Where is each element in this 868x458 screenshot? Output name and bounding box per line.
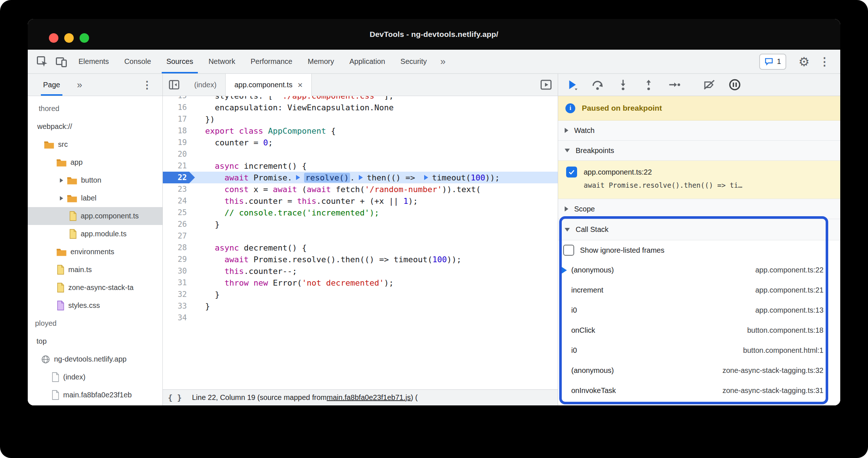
line-number[interactable]: 26: [163, 218, 195, 230]
line-number[interactable]: 27: [163, 230, 195, 242]
line-number[interactable]: 31: [163, 277, 195, 289]
code-line-23[interactable]: 23 const x = await (await fetch('/random…: [163, 183, 558, 195]
call-stack-frame[interactable]: (anonymous)zone-async-stack-tagging.ts:3…: [558, 360, 840, 381]
call-stack-frame[interactable]: onClickbutton.component.ts:18: [558, 320, 840, 340]
kebab-menu-icon[interactable]: ⋮: [815, 55, 834, 68]
code-line-26[interactable]: 26 }: [163, 218, 558, 230]
code-line-24[interactable]: 24 this.counter = this.counter + (+x || …: [163, 195, 558, 207]
code-line-16[interactable]: 16 encapsulation: ViewEncapsulation.None: [163, 102, 558, 113]
line-number[interactable]: 29: [163, 253, 195, 265]
tree-item-zone-async-stack-ta[interactable]: zone-async-stack-ta: [28, 279, 162, 297]
frame-location[interactable]: app.component.ts:13: [755, 306, 823, 314]
line-number[interactable]: 23: [163, 183, 195, 195]
tab-security[interactable]: Security: [393, 50, 434, 73]
tab-elements[interactable]: Elements: [71, 50, 116, 73]
code-line-21[interactable]: 21 async increment() {: [163, 160, 558, 172]
tree-item-app-module-ts[interactable]: app.module.ts: [28, 225, 162, 243]
tree-item-app[interactable]: app: [28, 153, 162, 171]
issues-badge[interactable]: 1: [759, 54, 786, 70]
tree-item-environments[interactable]: environments: [28, 243, 162, 261]
tree-item-label[interactable]: label: [28, 189, 162, 207]
breakpoint-entry[interactable]: app.component.ts:22 await Promise.resolv…: [558, 161, 840, 199]
fullscreen-window-button[interactable]: [80, 33, 89, 43]
tab-application[interactable]: Application: [342, 50, 393, 73]
line-number[interactable]: 32: [163, 289, 195, 300]
code-line-31[interactable]: 31 throw new Error('not decremented');: [163, 277, 558, 289]
navigator-kebab-icon[interactable]: ⋮: [142, 74, 162, 96]
frame-location[interactable]: button.component.html:1: [743, 346, 823, 355]
call-stack-frame[interactable]: incrementapp.component.ts:21: [558, 280, 840, 300]
line-number[interactable]: 30: [163, 265, 195, 277]
line-number[interactable]: 28: [163, 242, 195, 253]
frame-location[interactable]: app.component.ts:22: [755, 266, 823, 274]
tree-item-styles-css[interactable]: styles.css: [28, 297, 162, 314]
more-panels-chevron[interactable]: »: [434, 50, 451, 73]
code-line-19[interactable]: 19 counter = 0;: [163, 137, 558, 148]
code-line-15[interactable]: 15 styleUrls: [ './app.component.css' ],: [163, 96, 558, 102]
call-stack-frame[interactable]: i0button.component.html:1: [558, 340, 840, 360]
deactivate-breakpoints-button[interactable]: [702, 77, 717, 92]
tree-item-button[interactable]: button: [28, 171, 162, 189]
tree-item--index-[interactable]: (index): [28, 368, 162, 386]
ignore-listed-checkbox[interactable]: [563, 245, 574, 256]
tree-item-src[interactable]: src: [28, 136, 162, 153]
step-over-button[interactable]: [590, 77, 605, 92]
code-line-29[interactable]: 29 await Promise.resolve().then(() => ti…: [163, 253, 558, 265]
pretty-print-icon[interactable]: { }: [168, 393, 182, 402]
line-number[interactable]: 19: [163, 137, 195, 148]
resume-button[interactable]: [565, 77, 579, 92]
section-call-stack[interactable]: Call Stack: [558, 219, 840, 240]
step-into-button[interactable]: [616, 77, 630, 92]
line-number[interactable]: 33: [163, 300, 195, 312]
code-line-33[interactable]: 33}: [163, 300, 558, 312]
code-line-30[interactable]: 30 this.counter--;: [163, 265, 558, 277]
breakpoint-line-number[interactable]: 22: [163, 172, 195, 183]
line-number[interactable]: 21: [163, 160, 195, 172]
line-number[interactable]: 16: [163, 102, 195, 113]
device-toolbar-button[interactable]: [52, 50, 71, 73]
tree-item-thored[interactable]: thored: [28, 100, 162, 118]
frame-location[interactable]: zone-async-stack-tagging.ts:31: [722, 386, 823, 395]
async-step-marker-icon[interactable]: [356, 173, 365, 182]
disclosure-arrow-icon[interactable]: [60, 178, 63, 183]
pause-on-exceptions-button[interactable]: [727, 77, 742, 92]
step-button[interactable]: [667, 77, 681, 92]
async-step-marker-icon[interactable]: [422, 173, 431, 182]
tree-item-app-component-ts[interactable]: app.component.ts: [28, 207, 162, 225]
tree-item-main-fa8bfa0e23f1eb[interactable]: main.fa8bfa0e23f1eb: [28, 386, 162, 404]
async-step-marker-icon[interactable]: [293, 173, 303, 182]
tree-item-ng-devtools-netlify-app[interactable]: ng-devtools.netlify.app: [28, 350, 162, 368]
frame-location[interactable]: zone-async-stack-tagging.ts:32: [722, 366, 823, 375]
line-number[interactable]: 24: [163, 195, 195, 207]
tree-item-main-ts[interactable]: main.ts: [28, 261, 162, 279]
close-window-button[interactable]: [49, 33, 58, 43]
breakpoint-checkbox[interactable]: [566, 167, 577, 178]
tab-memory[interactable]: Memory: [300, 50, 342, 73]
line-number[interactable]: 15: [163, 96, 195, 102]
section-scope[interactable]: Scope: [558, 199, 840, 219]
tree-item-ployed[interactable]: ployed: [28, 314, 162, 332]
source-map-link[interactable]: main.fa8bfa0e23f1eb71.js: [327, 393, 411, 402]
code-line-18[interactable]: 18export class AppComponent {: [163, 125, 558, 137]
tab-sources[interactable]: Sources: [159, 50, 201, 73]
section-breakpoints[interactable]: Breakpoints: [558, 141, 840, 161]
tab-console[interactable]: Console: [116, 50, 158, 73]
tab-page[interactable]: Page: [41, 74, 62, 96]
code-line-32[interactable]: 32 }: [163, 289, 558, 300]
tree-item-top[interactable]: top: [28, 332, 162, 350]
settings-gear-icon[interactable]: ⚙: [794, 54, 815, 69]
tab-network[interactable]: Network: [201, 50, 243, 73]
close-tab-icon[interactable]: ×: [297, 80, 303, 90]
code-line-17[interactable]: 17}): [163, 113, 558, 125]
line-number[interactable]: 25: [163, 207, 195, 218]
editor-tab-index[interactable]: (index): [185, 74, 225, 96]
line-number[interactable]: 18: [163, 125, 195, 137]
line-number[interactable]: 34: [163, 312, 195, 324]
code-line-22[interactable]: 22 await Promise.resolve().then(() => ti…: [163, 172, 558, 183]
toggle-navigator-button[interactable]: [163, 74, 185, 96]
section-watch[interactable]: Watch: [558, 121, 840, 141]
tree-item-webpack-[interactable]: webpack://: [28, 118, 162, 136]
more-navigator-tabs-chevron[interactable]: »: [62, 74, 97, 96]
step-out-button[interactable]: [641, 77, 656, 92]
code-line-27[interactable]: 27: [163, 230, 558, 242]
